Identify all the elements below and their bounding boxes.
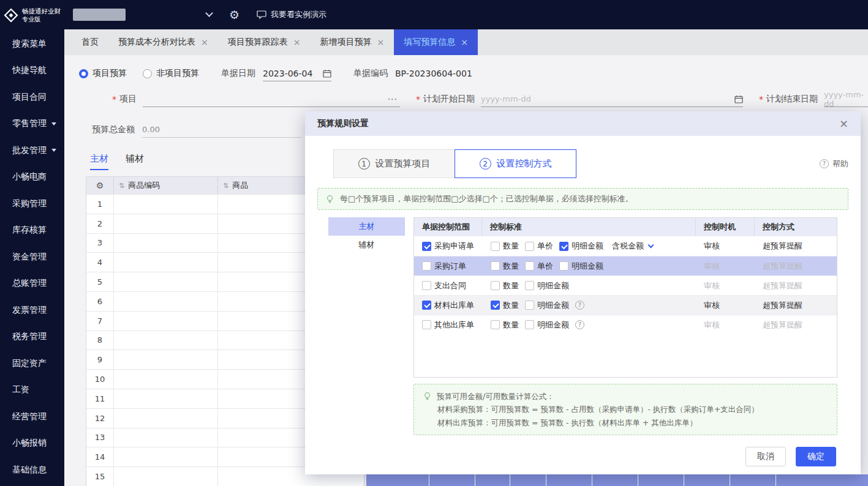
budget-total-input[interactable]: 0.00 <box>142 122 301 138</box>
help-link[interactable]: ? 帮助 <box>820 159 848 170</box>
radio-project-budget[interactable]: 项目预算 <box>79 68 127 79</box>
checkbox[interactable] <box>491 242 500 251</box>
project-input[interactable]: ··· <box>143 91 400 107</box>
cell-product-code[interactable] <box>114 350 218 369</box>
standard-checkbox[interactable]: 明细金额 <box>525 280 569 291</box>
checkbox[interactable] <box>422 301 431 310</box>
tab-main-material[interactable]: 主材 <box>90 153 108 170</box>
cell-product-code[interactable] <box>114 253 218 272</box>
doc-checkbox[interactable]: 支出合同 <box>422 280 466 291</box>
cell-product-code[interactable] <box>114 195 218 214</box>
standard-checkbox[interactable]: 明细金额 <box>525 320 569 331</box>
ellipsis-picker-icon[interactable]: ··· <box>388 94 400 104</box>
help-icon[interactable]: ? <box>575 320 584 329</box>
sidebar-item-8[interactable]: 资金管理 <box>0 244 64 271</box>
sidebar-item-4[interactable]: 批发管理 <box>0 137 64 164</box>
standard-checkbox[interactable]: 数量 <box>491 320 519 331</box>
standard-checkbox[interactable]: 数量 <box>491 261 519 272</box>
cell-product-code[interactable] <box>114 312 218 331</box>
close-icon[interactable]: × <box>461 37 468 47</box>
checkbox[interactable] <box>422 281 431 290</box>
document-tab-4[interactable]: 填写预算信息× <box>394 29 478 55</box>
calendar-icon[interactable] <box>734 95 743 103</box>
sidebar-item-7[interactable]: 库存核算 <box>0 217 64 244</box>
rule-row-1[interactable]: 采购订单数量单价明细金额审核超预算提醒 <box>414 256 837 275</box>
confirm-button[interactable]: 确定 <box>796 447 836 466</box>
gear-icon[interactable]: ⚙ <box>96 181 104 190</box>
help-icon[interactable]: ? <box>575 301 584 310</box>
sidebar-item-10[interactable]: 发票管理 <box>0 297 64 324</box>
checkbox[interactable] <box>525 242 534 251</box>
tab-set-budget-items[interactable]: 1 设置预算项目 <box>333 149 455 178</box>
standard-checkbox[interactable]: 单价 <box>525 241 553 252</box>
side-tab-main-material[interactable]: 主材 <box>328 217 405 236</box>
cell-product-code[interactable] <box>114 409 218 428</box>
checkbox[interactable] <box>525 281 534 290</box>
rule-row-3[interactable]: 材料出库单数量明细金额?审核超预算提醒 <box>414 295 837 315</box>
sidebar-item-14[interactable]: 经营管理 <box>0 403 64 430</box>
cell-product-code[interactable] <box>114 331 218 350</box>
standard-checkbox[interactable]: 明细金额 <box>559 241 603 252</box>
sidebar-item-5[interactable]: 小畅电商 <box>0 164 64 191</box>
close-icon[interactable]: × <box>839 118 848 129</box>
checkbox[interactable] <box>491 281 500 290</box>
sort-icon[interactable]: ⇅ <box>119 182 124 190</box>
checkbox[interactable] <box>525 301 534 310</box>
close-icon[interactable]: × <box>293 37 301 47</box>
cancel-button[interactable]: 取消 <box>745 447 786 466</box>
checkbox[interactable] <box>525 261 534 271</box>
sidebar-item-15[interactable]: 小畅报销 <box>0 430 64 457</box>
doc-checkbox[interactable]: 采购订单 <box>422 261 466 272</box>
tab-aux-material[interactable]: 辅材 <box>126 153 144 170</box>
close-icon[interactable]: × <box>377 37 384 47</box>
close-icon[interactable]: × <box>201 37 208 47</box>
sidebar-item-12[interactable]: 固定资产 <box>0 350 64 377</box>
sort-icon[interactable]: ⇅ <box>223 182 228 190</box>
checkbox[interactable] <box>559 261 568 271</box>
doc-checkbox[interactable]: 采购申请单 <box>422 241 474 252</box>
cell-product-code[interactable] <box>114 467 218 486</box>
checkbox[interactable] <box>491 261 500 271</box>
standard-checkbox[interactable]: 数量 <box>491 300 519 311</box>
rule-row-0[interactable]: 采购申请单数量单价明细金额含税金额审核超预算提醒 <box>414 236 837 256</box>
sidebar-item-9[interactable]: 总账管理 <box>0 271 64 297</box>
checkbox[interactable] <box>422 242 431 251</box>
sidebar-item-11[interactable]: 税务管理 <box>0 324 64 351</box>
document-tab-0[interactable]: 首页 <box>72 29 108 55</box>
tab-set-control-method[interactable]: 2 设置控制方式 <box>455 149 576 178</box>
standard-checkbox[interactable]: 单价 <box>525 261 553 272</box>
cell-product-code[interactable] <box>114 292 218 311</box>
cell-product-code[interactable] <box>114 234 218 253</box>
sidebar-item-16[interactable]: 基础信息 <box>0 457 64 484</box>
tax-type-dropdown[interactable]: 含税金额 <box>612 241 653 252</box>
standard-checkbox[interactable]: 明细金额 <box>525 300 569 311</box>
document-tab-1[interactable]: 预算成本分析对比表× <box>108 29 218 55</box>
sidebar-item-2[interactable]: 项目合同 <box>0 84 64 111</box>
gear-icon[interactable]: ⚙ <box>229 9 240 21</box>
checkbox[interactable] <box>491 301 500 310</box>
chevron-down-icon[interactable] <box>205 9 213 17</box>
radio-non-project-budget[interactable]: 非项目预算 <box>143 68 199 79</box>
cell-product-code[interactable] <box>114 447 218 466</box>
account-selector-redacted[interactable] <box>73 9 126 21</box>
checkbox[interactable] <box>422 261 431 271</box>
side-tab-aux-material[interactable]: 辅材 <box>328 236 405 254</box>
sidebar-item-1[interactable]: 快捷导航 <box>0 58 64 84</box>
calendar-icon[interactable] <box>323 69 331 78</box>
cell-product-code[interactable] <box>114 370 218 389</box>
cell-product-code[interactable] <box>114 272 218 291</box>
standard-checkbox[interactable]: 数量 <box>491 241 519 252</box>
checkbox[interactable] <box>559 242 568 251</box>
document-tab-3[interactable]: 新增项目预算× <box>310 29 394 55</box>
sidebar-item-3[interactable]: 零售管理 <box>0 111 64 138</box>
document-tab-2[interactable]: 项目预算跟踪表× <box>218 29 311 55</box>
sidebar-item-0[interactable]: 搜索菜单 <box>0 31 64 58</box>
checkbox[interactable] <box>491 320 500 329</box>
plan-end-input[interactable]: yyyy-mm-dd <box>824 91 868 107</box>
header-product-code[interactable]: ⇅ 商品编码 <box>114 177 218 194</box>
standard-checkbox[interactable]: 数量 <box>491 280 519 291</box>
cell-product-code[interactable] <box>114 214 218 233</box>
cell-product-code[interactable] <box>114 428 218 447</box>
doc-date-input[interactable]: 2023-06-04 <box>263 65 331 81</box>
doc-checkbox[interactable]: 材料出库单 <box>422 300 474 311</box>
